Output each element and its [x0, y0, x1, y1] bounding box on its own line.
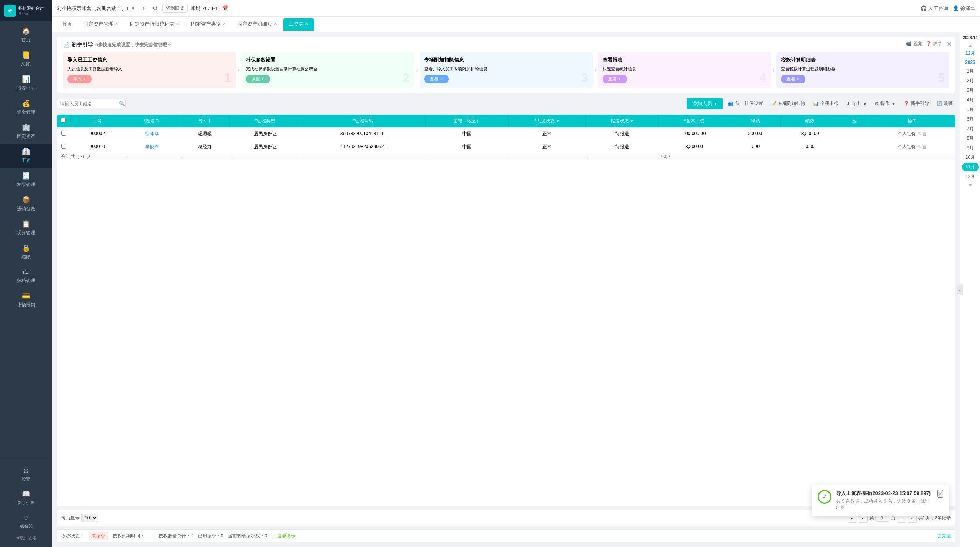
select-all-checkbox[interactable] [61, 118, 66, 123]
cal-month-2[interactable]: 2月 [962, 77, 979, 85]
th-allowance: 津贴 [730, 115, 781, 127]
tab-category-close[interactable]: ✕ [222, 21, 226, 26]
tab-category-label: 固定资产类别 [191, 21, 221, 28]
toast-close-button[interactable]: ✕ [937, 490, 943, 498]
th-base-salary: *基本工资 [658, 115, 730, 127]
sidebar-item-funds[interactable]: 💰 资金管理 [0, 95, 52, 119]
row2-select[interactable] [61, 144, 66, 149]
video-link[interactable]: 📹 视频 [906, 41, 922, 47]
row2-social-link[interactable]: 个人社保 [898, 144, 916, 149]
sidebar-item-settings[interactable]: ⚙ 设置 [0, 463, 52, 486]
account-selector[interactable]: 刘小艳演示账套（勿删勿动！）1 ▼ [57, 5, 136, 12]
row1-delete-icon[interactable]: 🗑 [922, 131, 927, 136]
sidebar-item-ledger[interactable]: 📒 总账 [0, 47, 52, 71]
switch-version-button[interactable]: 切到旧版 [162, 4, 188, 13]
cal-month-9[interactable]: 9月 [962, 144, 979, 152]
row2-edit-icon[interactable]: ✎ [917, 144, 921, 149]
social-security-button[interactable]: 👥 统一社保设置 [726, 99, 765, 108]
cal-month-12-2022[interactable]: 12月 [962, 49, 979, 58]
sidebar-item-inventory[interactable]: 📦 进销台账 [0, 192, 52, 216]
search-box[interactable]: 🔍 [57, 99, 126, 108]
cal-month-1[interactable]: 1月 [962, 67, 979, 76]
row1-social-link[interactable]: 个人社保 [898, 131, 916, 136]
calendar-expand-toggle[interactable]: « [957, 284, 963, 295]
row2-name-link[interactable]: 李俊杰 [145, 144, 159, 149]
sidebar-item-guide[interactable]: 📖 新手引导 [0, 486, 52, 509]
settings-button[interactable]: ⚙ [151, 4, 159, 13]
wizard-close-button[interactable]: ✕ [947, 41, 952, 48]
warn-icon: ⚠ [272, 533, 276, 539]
calendar-down-nav[interactable]: ▼ [968, 182, 973, 188]
period-selector[interactable]: 账期 2023-11 📅 [191, 5, 228, 12]
tab-fixed-depreciation[interactable]: 固定资产折旧统计表 ✕ [124, 18, 185, 31]
add-account-button[interactable]: ＋ [139, 3, 148, 13]
tab-detail-close[interactable]: ✕ [274, 21, 277, 26]
tab-fixed-assets-close[interactable]: ✕ [115, 21, 118, 26]
cal-month-8[interactable]: 8月 [962, 134, 979, 143]
beginner-guide-button[interactable]: ❓ 新手引导 [901, 99, 931, 108]
tab-depreciation-label: 固定资产折旧统计表 [130, 21, 175, 28]
tax-report-button[interactable]: 📊 个税申报 [811, 99, 841, 108]
step1-title: 导入员工工资信息 [67, 57, 231, 64]
calendar-year: 2023.11 [963, 35, 978, 40]
row2-delete-icon[interactable]: 🗑 [922, 144, 927, 149]
sidebar-item-member[interactable]: ◇ 畅会员 [0, 509, 52, 533]
row1-name-link[interactable]: 徐泽华 [145, 131, 159, 136]
send-status-filter-icon[interactable]: ▼ [630, 119, 634, 123]
ai-consult-link[interactable]: 🎧 人工咨询 [921, 5, 948, 12]
th-dept: *部门 [180, 115, 230, 127]
cal-month-4[interactable]: 4月 [962, 96, 979, 105]
special-deduction-button[interactable]: 📝 专项附加扣除 [768, 99, 808, 108]
sidebar-item-closing[interactable]: 🔒 结账 [0, 240, 52, 264]
sidebar-label-assets: 固定资产 [17, 133, 35, 140]
sidebar-item-expense[interactable]: 💳 小畅报销 [0, 288, 52, 312]
charge-link[interactable]: 去充值 [937, 533, 951, 539]
name-sort-icon[interactable]: ⇅ [156, 118, 160, 124]
per-page-select[interactable]: 10 20 50 [81, 514, 98, 522]
sidebar-item-payroll[interactable]: 👔 工资 [0, 144, 52, 168]
cal-month-3[interactable]: 3月 [962, 86, 979, 95]
row1-edit-icon[interactable]: ✎ [917, 131, 921, 136]
tab-fixed-detail[interactable]: 固定资产明细账 ✕ [232, 18, 283, 31]
calendar-up-nav[interactable]: ▲ [968, 42, 973, 48]
operation-button[interactable]: ⚙ 操作 ▼ [872, 99, 898, 108]
step5-desc: 查看税款计算过程及明细数据 [781, 66, 945, 72]
period-calendar-icon: 📅 [222, 5, 228, 11]
sidebar-label-member: 畅会员 [20, 523, 33, 529]
cal-month-11[interactable]: 11月 [962, 163, 979, 171]
user-profile[interactable]: 👤 徐泽华 [953, 5, 975, 12]
cal-month-12-2023[interactable]: 12月 [962, 172, 979, 181]
step5-btn[interactable]: 查看＞ [781, 75, 805, 83]
sidebar-item-assets[interactable]: 🏢 固定资产 [0, 119, 52, 144]
refresh-button[interactable]: 🔄 刷新 [934, 99, 956, 108]
status-filter-icon[interactable]: ▼ [556, 119, 560, 123]
sidebar-item-archive[interactable]: 🗂 归档管理 [0, 264, 52, 288]
help-link[interactable]: ❓ 帮助 [926, 41, 942, 47]
search-input[interactable] [60, 101, 118, 106]
step2-btn[interactable]: 设置＞ [246, 75, 270, 83]
tab-payroll[interactable]: 工资表 ✕ [283, 18, 314, 31]
export-button[interactable]: ⬇ 导出 ▼ [844, 99, 869, 108]
tab-home[interactable]: 首页 [57, 18, 77, 31]
cancel-fix-button[interactable]: ◀取消固定 [0, 533, 52, 543]
add-person-button[interactable]: 添加人员 ▼ [687, 98, 723, 109]
cal-month-10[interactable]: 10月 [962, 153, 979, 162]
tab-payroll-close[interactable]: ✕ [305, 21, 309, 26]
sidebar-item-tax[interactable]: 📋 税务管理 [0, 216, 52, 240]
sidebar-item-home[interactable]: 🏠 首页 [0, 23, 52, 47]
sidebar-item-report[interactable]: 📊 报表中心 [0, 71, 52, 95]
row1-select[interactable] [61, 131, 66, 136]
tab-fixed-category[interactable]: 固定资产类别 ✕ [186, 18, 231, 31]
home-icon: 🏠 [22, 27, 30, 35]
step4-btn[interactable]: 查看＞ [603, 75, 627, 83]
cal-month-6[interactable]: 6月 [962, 115, 979, 124]
cal-month-5[interactable]: 5月 [962, 105, 979, 114]
used-label: 已用授权：0 [198, 533, 224, 539]
tab-fixed-assets[interactable]: 固定资产管理 ✕ [78, 18, 124, 31]
tab-depreciation-close[interactable]: ✕ [176, 21, 180, 26]
sidebar-item-invoices[interactable]: 🧾 发票管理 [0, 168, 52, 192]
cal-month-7[interactable]: 7月 [962, 124, 979, 133]
step1-btn[interactable]: 导入＞ [67, 75, 92, 83]
th-performance: 绩效 [780, 115, 840, 127]
step3-btn[interactable]: 查看＞ [424, 75, 449, 83]
